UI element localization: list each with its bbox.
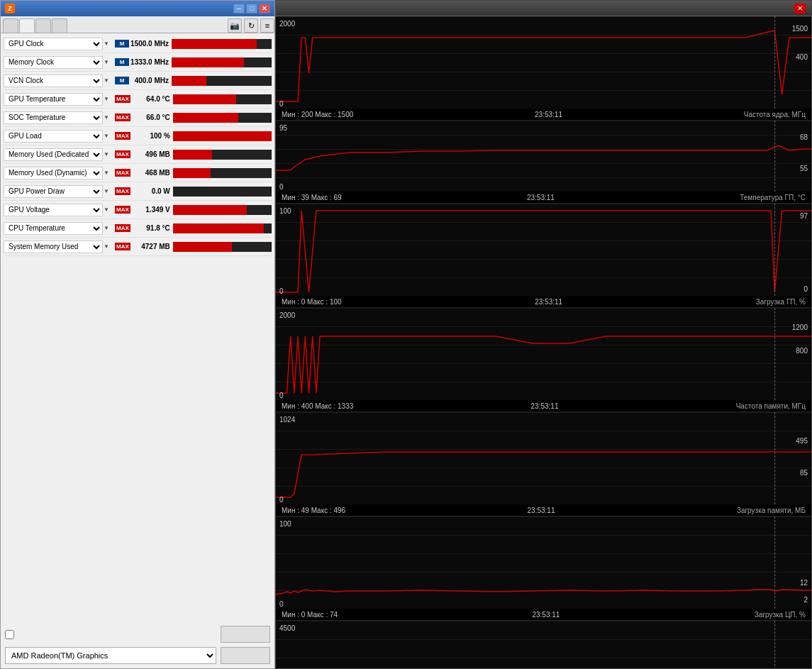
sensor-select-11[interactable]: System Memory Used bbox=[4, 240, 103, 253]
chart-left-label-gpu_clock-1: 0 bbox=[279, 100, 284, 108]
chart-info-left-gpu_clock: Мин : 200 Макс : 1500 bbox=[282, 111, 353, 118]
menu-button[interactable]: ≡ bbox=[260, 18, 274, 33]
cursor-line bbox=[774, 621, 775, 668]
chart-left-label-mem_clock-1: 0 bbox=[279, 392, 284, 399]
sensor-row: CPU Temperature ▼ MAX 91.8 °C bbox=[4, 219, 272, 238]
sensor-select-9[interactable]: GPU Voltage bbox=[4, 204, 103, 216]
chart-info-time-cpu_load: 23:53:11 bbox=[532, 611, 560, 619]
chart-left-label-gpu_temp-1: 0 bbox=[279, 183, 284, 191]
chart-svg-gpu_load bbox=[276, 204, 811, 296]
chart-area-gpu_temp: 6855950 bbox=[276, 121, 811, 192]
minimize-button[interactable]: ─ bbox=[233, 4, 245, 13]
sensor-bar-fill-4 bbox=[173, 113, 238, 123]
chart-right-label-mem_clock-1: 800 bbox=[796, 347, 808, 355]
sensor-row: GPU Clock ▼ M 1500.0 MHz bbox=[4, 35, 272, 53]
sensor-value-8: 0.0 W bbox=[130, 187, 173, 195]
sensor-max-indicator-2: M bbox=[115, 77, 129, 84]
sensor-name-1: Memory Clock ▼ bbox=[4, 56, 113, 69]
sensor-arrow-8: ▼ bbox=[104, 188, 109, 194]
chart-section-mem_clock: 120080020000 Мин : 400 Макс : 1333 23:53… bbox=[276, 308, 811, 412]
chart-info-gpu_temp: Мин : 39 Макс : 69 23:53:11 Температура … bbox=[276, 192, 811, 203]
sensor-arrow-6: ▼ bbox=[104, 151, 109, 157]
gpu-select-row: AMD Radeon(TM) Graphics bbox=[5, 647, 270, 664]
sensor-select-2[interactable]: VCN Clock bbox=[4, 74, 103, 87]
chart-section-gpu_temp: 6855950 Мин : 39 Макс : 69 23:53:11 Темп… bbox=[276, 121, 811, 204]
sensor-select-0[interactable]: GPU Clock bbox=[4, 38, 103, 50]
sensor-arrow-10: ▼ bbox=[104, 225, 109, 231]
chart-left-label-gpu_temp-0: 95 bbox=[279, 124, 287, 132]
chart-area-mem_clock: 120080020000 bbox=[276, 308, 811, 400]
tab-graphics-card[interactable] bbox=[3, 18, 18, 33]
tab-advanced[interactable] bbox=[35, 18, 51, 33]
sensor-name-2: VCN Clock ▼ bbox=[4, 74, 113, 87]
sensor-select-4[interactable]: SOC Temperature bbox=[4, 111, 103, 124]
tab-validation[interactable] bbox=[52, 18, 67, 33]
sensor-max-indicator-5: MAX bbox=[115, 132, 130, 140]
gpu-select[interactable]: AMD Radeon(TM) Graphics bbox=[5, 647, 216, 664]
sensor-arrow-7: ▼ bbox=[104, 170, 109, 176]
chart-info-title-mem_clock: Частота памяти, МГц bbox=[736, 402, 806, 410]
restore-button[interactable]: □ bbox=[246, 4, 257, 13]
sensor-bar-11 bbox=[173, 242, 272, 252]
sensor-name-6: Memory Used (Dedicated) ▼ bbox=[4, 148, 113, 161]
sensor-select-3[interactable]: GPU Temperature bbox=[4, 93, 103, 106]
sensor-list: GPU Clock ▼ M 1500.0 MHz Memory Clock ▼ … bbox=[1, 33, 274, 258]
refresh-button[interactable]: ↻ bbox=[244, 18, 258, 33]
sensor-select-6[interactable]: Memory Used (Dedicated) bbox=[4, 148, 103, 161]
cursor-line bbox=[774, 121, 775, 192]
chart-right-label-cpu_load-0: 12 bbox=[800, 579, 808, 587]
chart-svg-gpu_temp bbox=[276, 121, 811, 192]
sensor-max-indicator-1: M bbox=[115, 58, 129, 66]
ab-close-button[interactable]: ✕ bbox=[794, 4, 806, 13]
sensor-row: GPU Load ▼ MAX 100 % bbox=[4, 127, 272, 145]
sensor-bar-fill-3 bbox=[173, 94, 236, 104]
chart-left-label-mem_used-1: 0 bbox=[279, 496, 284, 504]
chart-right-label-gpu_clock-0: 1500 bbox=[792, 25, 808, 33]
sensor-select-1[interactable]: Memory Clock bbox=[4, 56, 103, 69]
close-button[interactable] bbox=[221, 647, 270, 664]
chart-area-cpu_load: 1221000 bbox=[276, 516, 811, 609]
tab-sensors[interactable] bbox=[19, 18, 35, 33]
log-to-file-checkbox[interactable] bbox=[5, 630, 14, 639]
gpuz-tab-bar: 📷 ↻ ≡ bbox=[1, 16, 274, 33]
afterburner-window: ✕ 150040020000 Мин : 200 Макс : 1500 23:… bbox=[275, 0, 812, 669]
chart-left-label-mem_used-0: 1024 bbox=[279, 416, 295, 424]
sensor-value-9: 1.349 V bbox=[130, 206, 173, 214]
sensor-arrow-0: ▼ bbox=[104, 40, 109, 47]
chart-left-label-cpu_load-0: 100 bbox=[279, 520, 291, 528]
sensor-bar-fill-2 bbox=[172, 76, 206, 86]
ab-chart-area: 150040020000 Мин : 200 Макс : 1500 23:53… bbox=[276, 16, 811, 668]
sensor-name-10: CPU Temperature ▼ bbox=[4, 222, 113, 235]
sensor-row: SOC Temperature ▼ MAX 66.0 °C bbox=[4, 109, 272, 127]
chart-right-label-mem_used-1: 85 bbox=[800, 469, 808, 477]
sensor-row: Memory Clock ▼ M 1333.0 MHz bbox=[4, 53, 272, 72]
sensor-select-10[interactable]: CPU Temperature bbox=[4, 222, 103, 235]
chart-info-title-mem_used: Загрузка памяти, МБ bbox=[737, 507, 806, 514]
chart-info-left-gpu_load: Мин : 0 Макс : 100 bbox=[282, 298, 342, 306]
sensor-max-indicator-7: MAX bbox=[115, 169, 130, 177]
sensor-select-8[interactable]: GPU Power Draw bbox=[4, 185, 103, 198]
sensor-name-5: GPU Load ▼ bbox=[4, 130, 113, 143]
chart-info-title-gpu_clock: Частота ядра, МГц bbox=[744, 111, 806, 118]
sensor-bar-1 bbox=[172, 57, 272, 67]
ab-titlebar: ✕ bbox=[276, 1, 811, 16]
cursor-line bbox=[774, 308, 775, 400]
sensor-value-3: 64.0 °C bbox=[130, 95, 173, 103]
sensor-value-4: 66.0 °C bbox=[130, 114, 173, 121]
chart-info-title-gpu_temp: Температура ГП, °С bbox=[740, 194, 806, 201]
sensor-bar-3 bbox=[173, 94, 272, 104]
close-window-button[interactable]: ✕ bbox=[259, 4, 270, 13]
sensor-arrow-1: ▼ bbox=[104, 59, 109, 65]
chart-section-cpu_load: 1221000 Мин : 0 Макс : 74 23:53:11 Загру… bbox=[276, 516, 811, 621]
chart-section-mem_used: 4958510240 Мин : 49 Макс : 496 23:53:11 … bbox=[276, 412, 811, 516]
chart-left-label-gpu_clock-0: 2000 bbox=[279, 20, 295, 28]
sensor-select-5[interactable]: GPU Load bbox=[4, 130, 103, 143]
chart-right-label-gpu_load-0: 97 bbox=[800, 212, 808, 220]
chart-info-time-mem_used: 23:53:11 bbox=[528, 507, 555, 514]
sensor-row: GPU Temperature ▼ MAX 64.0 °C bbox=[4, 90, 272, 109]
reset-button[interactable] bbox=[221, 626, 270, 643]
sensor-max-indicator-4: MAX bbox=[115, 114, 130, 121]
sensor-select-7[interactable]: Memory Used (Dynamic) bbox=[4, 167, 103, 179]
screenshot-button[interactable]: 📷 bbox=[228, 18, 242, 33]
chart-right-label-gpu_clock-1: 400 bbox=[796, 53, 808, 61]
